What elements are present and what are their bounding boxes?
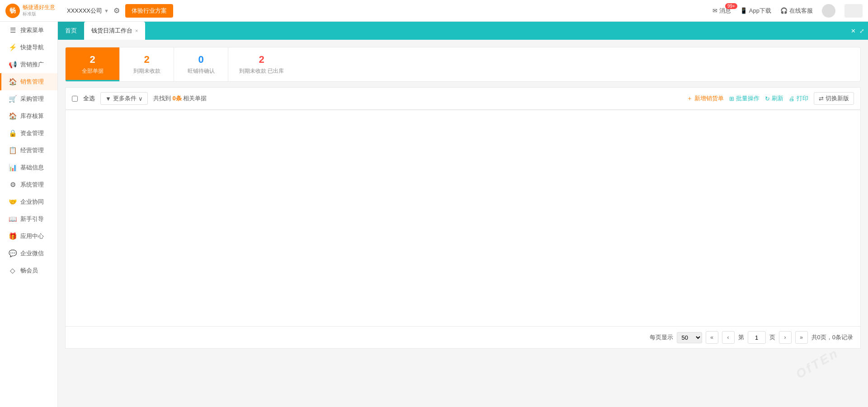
add-label: 新增销货单 — [694, 94, 724, 103]
member-icon: ◇ — [9, 267, 17, 275]
card-all[interactable]: 2 全部单据 — [66, 47, 120, 81]
card-pending-label: 旺铺待确认 — [185, 67, 217, 75]
logo-icon: 畅 — [5, 4, 20, 18]
card-overdue-label: 到期未收款 — [131, 67, 163, 75]
sidebar: ☰ 搜索菜单 ⚡ 快捷导航 📢 营销推广 🏠 销售管理 🛒 采购管理 🏠 库存核… — [0, 0, 58, 407]
close-window-icon[interactable]: ✕ — [851, 28, 856, 34]
tab-home[interactable]: 首页 — [58, 22, 84, 40]
sidebar-item-label: 企业微信 — [20, 249, 44, 257]
phone-icon: 📱 — [740, 7, 747, 14]
sidebar-item-marketing[interactable]: 📢 营销推广 — [0, 56, 57, 73]
refresh-label: 刷新 — [772, 94, 783, 103]
switch-version-btn[interactable]: ⇄ 切换新版 — [814, 92, 854, 105]
app-center-icon: 🎁 — [9, 232, 17, 240]
quick-nav-icon: ⚡ — [9, 43, 17, 51]
refresh-btn[interactable]: ↻ 刷新 — [765, 94, 783, 103]
search-menu-icon: ☰ — [9, 26, 17, 34]
page-number-input[interactable] — [748, 331, 766, 344]
total-label: 共0页，0条记录 — [811, 333, 853, 342]
inventory-icon: 🏠 — [9, 112, 17, 120]
per-page-label: 每页显示 — [650, 333, 673, 342]
system-icon: ⚙ — [9, 181, 17, 189]
home-tab-label: 首页 — [65, 27, 77, 35]
sidebar-item-label: 畅会员 — [20, 267, 38, 275]
chevron-down-icon: ∨ — [138, 95, 143, 102]
sidebar-item-wechat[interactable]: 💬 企业微信 — [0, 245, 57, 262]
user-menu[interactable] — [844, 4, 863, 18]
content-area — [65, 110, 861, 327]
filter-btn[interactable]: ▼ 更多条件 ∨ — [100, 92, 148, 105]
sidebar-item-inventory[interactable]: 🏠 库存核算 — [0, 108, 57, 125]
tab-qianhuoriqing[interactable]: 钱货日清工作台 × — [84, 22, 145, 40]
message-btn[interactable]: ✉ 消息 99+ — [712, 7, 731, 15]
active-tab-label: 钱货日清工作台 — [91, 27, 132, 35]
service-label: 在线客服 — [789, 7, 813, 15]
batch-icon: ⊞ — [729, 95, 734, 102]
avatar[interactable] — [822, 4, 835, 18]
per-page-select[interactable]: 50 100 200 — [677, 332, 702, 343]
first-page-btn[interactable]: « — [706, 331, 718, 344]
operations-icon: 📋 — [9, 146, 17, 154]
sidebar-item-enterprise[interactable]: 🤝 企业协同 — [0, 193, 57, 211]
sidebar-item-purchase[interactable]: 🛒 采购管理 — [0, 90, 57, 108]
sidebar-item-label: 系统管理 — [20, 181, 44, 189]
print-label: 打印 — [797, 94, 808, 103]
sidebar-item-member[interactable]: ◇ 畅会员 — [0, 262, 57, 279]
headset-icon: 🎧 — [780, 7, 788, 14]
sidebar-item-app-center[interactable]: 🎁 应用中心 — [0, 228, 57, 245]
app-download-btn[interactable]: 📱 App下载 — [740, 7, 771, 15]
add-icon: ＋ — [687, 94, 693, 103]
sidebar-item-operations[interactable]: 📋 经营管理 — [0, 142, 57, 159]
next-page-btn[interactable]: › — [779, 331, 792, 344]
finance-icon: 🔒 — [9, 129, 17, 137]
pagination: 每页显示 50 100 200 « ‹ 第 页 › » 共0页，0条记录 — [65, 327, 861, 349]
switch-label: 切换新版 — [826, 94, 849, 103]
sidebar-item-label: 新手引导 — [20, 215, 44, 223]
online-service-btn[interactable]: 🎧 在线客服 — [780, 7, 813, 15]
found-count: 0条 — [173, 95, 182, 102]
settings-icon[interactable]: ⚙ — [113, 6, 120, 15]
experience-btn[interactable]: 体验行业方案 — [125, 4, 173, 18]
sidebar-item-system[interactable]: ⚙ 系统管理 — [0, 176, 57, 193]
sidebar-item-finance[interactable]: 🔒 资金管理 — [0, 125, 57, 142]
toolbar: 全选 ▼ 更多条件 ∨ 共找到 0条 相关单据 ＋ 新增销货单 ⊞ 批量操作 — [65, 87, 861, 110]
batch-operation-btn[interactable]: ⊞ 批量操作 — [729, 94, 760, 103]
summary-cards: 2 全部单据 2 到期未收款 0 旺铺待确认 2 到期未收款 已出库 — [65, 47, 861, 82]
sidebar-item-basic-info[interactable]: 📊 基础信息 — [0, 159, 57, 176]
sidebar-item-guide[interactable]: 📖 新手引导 — [0, 211, 57, 228]
sidebar-item-search[interactable]: ☰ 搜索菜单 — [0, 22, 57, 39]
card-underline — [66, 80, 119, 81]
print-icon: 🖨 — [789, 95, 795, 102]
select-all-checkbox[interactable] — [72, 96, 78, 102]
guide-icon: 📖 — [9, 215, 17, 223]
card-overdue-out[interactable]: 2 到期未收款 已出库 — [228, 47, 295, 81]
card-overdue[interactable]: 2 到期未收款 — [120, 47, 174, 81]
add-sales-order-btn[interactable]: ＋ 新增销货单 — [687, 94, 724, 103]
nav-tabs-controls: ✕ ⤢ — [851, 28, 868, 34]
nav-tabs: 首页 钱货日清工作台 × ✕ ⤢ — [58, 22, 868, 40]
sidebar-item-label: 基础信息 — [20, 164, 44, 172]
message-icon: ✉ — [712, 7, 717, 14]
sidebar-item-label: 采购管理 — [20, 95, 44, 103]
message-badge: 99+ — [725, 3, 737, 9]
print-btn[interactable]: 🖨 打印 — [789, 94, 808, 103]
batch-label: 批量操作 — [736, 94, 760, 103]
company-name: XXXXXX公司 — [67, 7, 102, 15]
chevron-down-icon: ▼ — [104, 8, 109, 14]
close-tab-icon[interactable]: × — [135, 28, 138, 33]
sidebar-item-quick-nav[interactable]: ⚡ 快捷导航 — [0, 39, 57, 56]
main-content: 2 全部单据 2 到期未收款 0 旺铺待确认 2 到期未收款 已出库 全选 ▼ … — [58, 40, 868, 407]
expand-window-icon[interactable]: ⤢ — [859, 28, 864, 34]
sidebar-item-sales[interactable]: 🏠 销售管理 — [0, 73, 57, 90]
company-selector[interactable]: XXXXXX公司 ▼ — [67, 7, 109, 15]
last-page-btn[interactable]: » — [795, 331, 808, 344]
marketing-icon: 📢 — [9, 61, 17, 69]
filter-label: 更多条件 — [113, 94, 137, 103]
logo-text: 畅捷通好生意 — [23, 4, 55, 11]
card-overdue-out-label: 到期未收款 已出库 — [239, 67, 284, 75]
card-overdue-num: 2 — [131, 54, 163, 65]
card-all-label: 全部单据 — [76, 67, 108, 75]
prev-page-btn[interactable]: ‹ — [722, 331, 735, 344]
card-pending[interactable]: 0 旺铺待确认 — [174, 47, 228, 81]
sidebar-item-label: 销售管理 — [20, 78, 44, 86]
